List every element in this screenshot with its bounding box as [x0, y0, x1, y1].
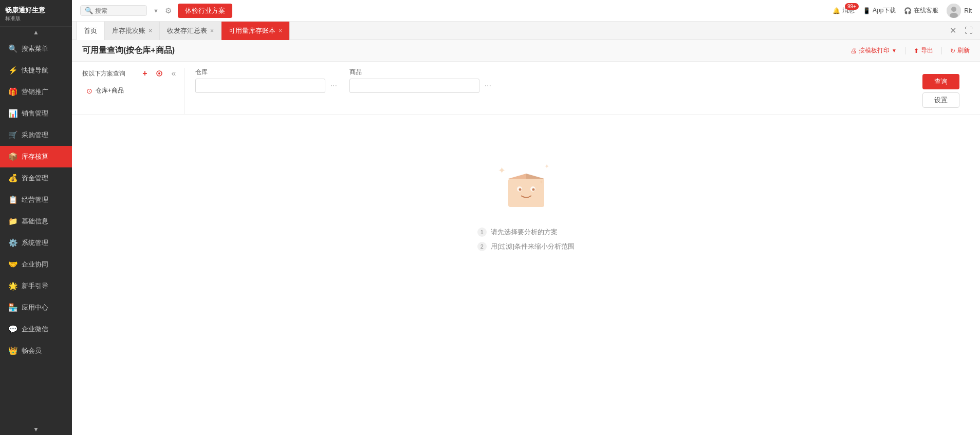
sidebar-nav: 🔍 搜索菜单 ⚡ 快捷导航 🎁 营销推广 📊 销售管理 🛒 采购管理 📦 库存核…	[0, 38, 72, 424]
sidebar-item-shortcut[interactable]: ⚡ 快捷导航	[0, 60, 72, 81]
goods-filter-group: 商品 ···	[349, 68, 493, 93]
sidebar-scroll-down[interactable]: ▼	[0, 424, 72, 435]
sidebar-item-label: 搜索菜单	[22, 44, 48, 53]
close-batch-account-tab[interactable]: ×	[149, 27, 152, 34]
settings-button[interactable]: 设置	[922, 92, 959, 108]
sidebar-item-cooperation[interactable]: 🤝 企业协同	[0, 254, 72, 275]
sidebar-item-label: 资金管理	[22, 174, 48, 183]
topbar-gear-icon[interactable]: ⚙	[165, 6, 172, 15]
page-content: 可用量查询(按仓库+商品) 🖨 按模板打印 ▼ ⬆ 导出 ↻ 刷新	[72, 40, 980, 435]
sidebar-item-guide[interactable]: 🌟 新手引导	[0, 275, 72, 297]
divider1	[905, 47, 905, 54]
tab-receipt-summary[interactable]: 收发存汇总表 ×	[160, 22, 221, 40]
query-scheme-panel: 按以下方案查询 + « ⊙ 仓库+商品	[82, 68, 185, 114]
sidebar-scroll-up[interactable]: ▲	[0, 27, 72, 38]
sidebar-item-wechat[interactable]: 💬 企业微信	[0, 318, 72, 340]
topbar-search-input[interactable]	[95, 7, 136, 14]
clipboard-icon: 📋	[8, 195, 17, 204]
sidebar-header: 畅康通好生意 标准版	[0, 0, 72, 27]
sidebar-item-operations[interactable]: 📋 经营管理	[0, 189, 72, 211]
sidebar-item-label: 系统管理	[22, 238, 48, 248]
user-area[interactable]: Rit	[947, 4, 972, 18]
sidebar-item-sales[interactable]: 📊 销售管理	[0, 103, 72, 124]
export-icon: ⬆	[914, 47, 919, 54]
topbar-chevron-icon[interactable]: ▼	[153, 8, 159, 14]
chat-icon: 💬	[8, 325, 17, 334]
messages-badge: 99+	[845, 3, 859, 10]
scheme-item-label: 仓库+商品	[96, 86, 124, 95]
sidebar-item-purchase[interactable]: 🛒 采购管理	[0, 124, 72, 146]
sidebar-item-system[interactable]: ⚙️ 系统管理	[0, 232, 72, 254]
handshake-icon: 🤝	[8, 260, 17, 269]
collapse-scheme-button[interactable]: «	[168, 68, 179, 79]
username-label: Rit	[964, 7, 972, 14]
warehouse-filter-input[interactable]	[195, 79, 325, 93]
sidebar-item-label: 企业微信	[22, 325, 48, 334]
main-area: 🔍 ▼ ⚙ 体验行业方案 🔔 消息 99+ 📱 App下载 🎧 在线客服	[72, 0, 980, 435]
topbar: 🔍 ▼ ⚙ 体验行业方案 🔔 消息 99+ 📱 App下载 🎧 在线客服	[72, 0, 980, 22]
hint-num-2: 2	[477, 242, 487, 251]
avatar	[947, 4, 961, 18]
app-download-button[interactable]: 📱 App下载	[863, 6, 896, 15]
sidebar-item-finance[interactable]: 💰 资金管理	[0, 167, 72, 189]
sidebar-item-label: 基础信息	[22, 217, 48, 226]
warehouse-filter-more[interactable]: ···	[328, 81, 339, 90]
settings-scheme-button[interactable]	[154, 68, 165, 79]
svg-marker-6	[508, 174, 526, 179]
warehouse-filter-group: 仓库 ···	[195, 68, 339, 93]
cart-icon: 🛒	[8, 130, 17, 140]
template-print-label: 按模板打印	[859, 46, 890, 55]
empty-state: ✦ ✦ ✦ 1 请先选择要分析的方案 2 用[过滤]条件来缩小分析范围	[72, 115, 980, 282]
query-scheme-header: 按以下方案查询 + «	[82, 68, 179, 79]
goods-filter-more[interactable]: ···	[483, 81, 493, 90]
folder-icon: 📁	[8, 217, 17, 226]
sidebar-item-label: 新手引导	[22, 281, 48, 291]
svg-point-1	[951, 7, 956, 12]
messages-button[interactable]: 🔔 消息 99+	[833, 6, 855, 15]
tab-batch-account[interactable]: 库存批次账 ×	[105, 22, 160, 40]
close-receipt-summary-tab[interactable]: ×	[210, 27, 214, 34]
tab-available-stock[interactable]: 可用量库存账本 ×	[221, 22, 290, 40]
bell-icon: 🔔	[833, 7, 840, 14]
sidebar-item-marketing[interactable]: 🎁 营销推广	[0, 81, 72, 103]
refresh-label: 刷新	[957, 46, 970, 55]
template-print-chevron[interactable]: ▼	[892, 48, 897, 53]
topbar-search-box[interactable]: 🔍	[80, 5, 147, 16]
app-download-label: App下载	[873, 6, 896, 15]
hint-text-2: 用[过滤]条件来缩小分析范围	[491, 242, 575, 251]
sidebar-item-label: 采购管理	[22, 130, 48, 140]
scheme-item-warehouse-goods[interactable]: ⊙ 仓库+商品	[82, 83, 179, 98]
app-version: 标准版	[5, 15, 67, 22]
sidebar-item-appstore[interactable]: 🏪 应用中心	[0, 297, 72, 318]
goods-filter-input[interactable]	[349, 79, 479, 93]
query-scheme-icons: + «	[139, 68, 179, 79]
query-section: 按以下方案查询 + « ⊙ 仓库+商品	[72, 62, 980, 115]
sidebar-item-label: 畅会员	[22, 346, 42, 355]
empty-hint-2: 2 用[过滤]条件来缩小分析范围	[477, 242, 575, 251]
template-print-button[interactable]: 🖨 按模板打印 ▼	[850, 46, 897, 55]
sidebar-item-basic[interactable]: 📁 基础信息	[0, 211, 72, 232]
tabbar: 首页 库存批次账 × 收发存汇总表 × 可用量库存账本 × ✕ ⛶	[72, 22, 980, 40]
export-label: 导出	[921, 46, 933, 55]
add-scheme-button[interactable]: +	[139, 68, 151, 79]
industry-solution-button[interactable]: 体验行业方案	[178, 4, 232, 18]
page-header: 可用量查询(按仓库+商品) 🖨 按模板打印 ▼ ⬆ 导出 ↻ 刷新	[72, 40, 980, 62]
close-available-stock-tab[interactable]: ×	[279, 27, 282, 34]
sidebar-item-label: 企业协同	[22, 260, 48, 269]
store-icon: 🏪	[8, 303, 17, 312]
tab-home[interactable]: 首页	[76, 22, 105, 40]
expand-button[interactable]: ⛶	[961, 25, 976, 36]
query-button[interactable]: 查询	[922, 74, 959, 89]
star-icon: 🌟	[8, 281, 17, 291]
online-service-button[interactable]: 🎧 在线客服	[904, 6, 938, 15]
sidebar-item-inventory[interactable]: 📦 库存核算	[0, 146, 72, 167]
refresh-button[interactable]: ↻ 刷新	[950, 46, 970, 55]
svg-text:✦: ✦	[539, 179, 543, 185]
close-all-tabs-button[interactable]: ✕	[947, 25, 959, 36]
sidebar-item-member[interactable]: 👑 畅会员	[0, 340, 72, 362]
lightning-icon: ⚡	[8, 66, 17, 75]
sidebar-item-search[interactable]: 🔍 搜索菜单	[0, 38, 72, 60]
svg-point-10	[519, 188, 521, 191]
export-button[interactable]: ⬆ 导出	[914, 46, 933, 55]
sidebar-item-label: 销售管理	[22, 109, 48, 118]
